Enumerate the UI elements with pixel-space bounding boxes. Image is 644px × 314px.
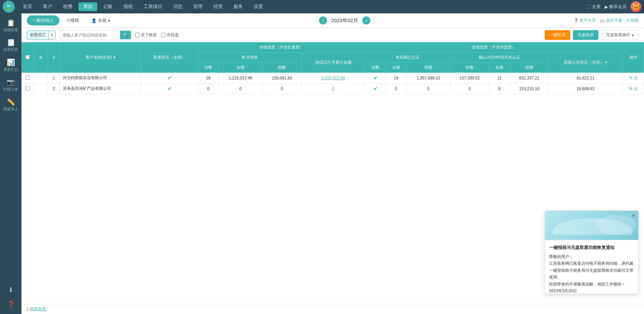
notification-apology: 给您带来的不便敬请谅解，祝您工作愉快！ (549, 281, 634, 288)
edit-icon[interactable]: ✎ (629, 86, 633, 91)
nav-fee[interactable]: 收费 (58, 2, 77, 11)
nav-menu: 首页 客户 收费 票据 记账 报税 工商项目 消息 管理 经营 服务 设置 (18, 2, 587, 11)
notification-title: 一键报税与无盘取票功能恢复通知 (549, 244, 634, 251)
search-input[interactable] (60, 32, 120, 39)
nav-operation[interactable]: 经营 (209, 2, 227, 11)
select-all-checkbox[interactable] (25, 55, 30, 59)
tab-group: 一般纳税人 小规模 👤 全能 ▾ (27, 15, 116, 25)
sidebar-download-icon[interactable]: ⬇ (4, 283, 17, 297)
copy-icon[interactable]: ⎘ (634, 75, 637, 81)
notification-close-button[interactable]: ✕ (632, 213, 636, 218)
nav-message[interactable]: 消息 (168, 2, 187, 11)
period-next-button[interactable]: › (362, 16, 370, 24)
row-monthly-tax: 0 (263, 83, 302, 94)
nav-bookkeeping[interactable]: 记账 (99, 2, 117, 11)
cert-filter-icon[interactable]: ▾ (605, 60, 607, 65)
no-disk-pickup-button[interactable]: 无盘取票 (573, 30, 598, 40)
row-uncert-tax: 19,808.63 (549, 83, 623, 94)
row-checkbox[interactable] (22, 83, 34, 94)
one-key-pickup-button[interactable]: 一键取票 (545, 30, 570, 40)
new-guide-link[interactable]: ❓ 新手引导 (574, 18, 596, 23)
tab-all-icon: 👤 (91, 18, 97, 23)
sidebar-item-summary[interactable]: 📊 票据汇总 (0, 56, 21, 75)
sidebar-item-invoice-issue[interactable]: 🧾 发票开具 (0, 36, 21, 55)
member-button[interactable]: ▶ 畅享会员 (605, 4, 627, 10)
th-monthly-sales: 本月销项 (198, 53, 301, 63)
row-cert-status: ✔ (365, 83, 386, 94)
settings-icon[interactable]: ⚙ (39, 55, 43, 60)
no-disk-ops-label: 无盘取票操作 (606, 32, 630, 38)
user-avatar[interactable]: 🐱 (631, 1, 641, 12)
tab-small-label: 小规模 (66, 17, 79, 23)
employee-select[interactable]: 全部员工 ▾ (27, 30, 55, 40)
notification-popup: ✕ 一键报税与无盘取票功能恢复通知 尊敬的用户： 江苏政务网已恢复访问电子税务局… (545, 210, 639, 294)
row-no: 2 (48, 83, 60, 94)
sidebar-label-entry: 票据录入 (3, 107, 18, 112)
tab-all[interactable]: 👤 全能 ▾ (86, 15, 116, 25)
manual-link[interactable]: 📖 操作手册 (600, 18, 622, 23)
entry-icon: ✏️ (7, 98, 15, 106)
filter-icon[interactable]: ▾ (113, 55, 115, 60)
th-sales-amount: 金额 (219, 63, 263, 73)
row-no: 1 (48, 73, 60, 83)
row-pickup-status: ✔ (141, 73, 198, 83)
filter-row: 全部员工 ▾ 🔍 名下账套 有税盘 一键取票 无盘取票 (21, 28, 644, 42)
tab-small-scale[interactable]: 小规模 (61, 15, 85, 25)
period-text: 2023年02月 (331, 17, 358, 24)
edit-icon[interactable]: ✎ (629, 75, 633, 81)
refresh-link[interactable]: ↺ 刷新 (626, 18, 639, 23)
row-customer-name: 河北柯搭栎实业有限公司 (60, 73, 141, 83)
th-uncert-qty: 份数 (450, 63, 489, 73)
sidebar-help-icon[interactable]: ❓ (4, 298, 17, 311)
sidebar-item-smart-pickup[interactable]: 📋 智能取票 (0, 16, 21, 35)
search-button[interactable]: 🔍 (120, 31, 131, 39)
nav-service[interactable]: 服务 (229, 2, 248, 11)
th-sales-invoice: 销项发票（不含作废票） (198, 43, 365, 53)
th-current-period-certified: 本税期已认证 (365, 53, 450, 63)
nav-settings[interactable]: 设置 (249, 2, 268, 11)
th-consecutive-12: 连续12个月累计金额 (301, 53, 365, 73)
sidebar: 📋 智能取票 🧾 发票开具 📊 票据汇总 📷 扫描上传 ✏️ 票据录入 ⬇ ❓ (0, 13, 21, 314)
nav-manage[interactable]: 管理 (189, 2, 207, 11)
table-row: 1 河北柯搭栎实业有限公司 ✔ 18 1,216,013.99 158,081.… (22, 73, 644, 83)
row-purchase-qty: 19 (386, 73, 407, 83)
nav-home[interactable]: 首页 (18, 2, 37, 11)
tab-actions: ❓ 新手引导 📖 操作手册 ↺ 刷新 (574, 18, 639, 23)
row-consecutive-12: 1,216,013.99 (301, 73, 365, 83)
row-purchase-amount: 0 (407, 83, 450, 94)
has-tax-checkbox[interactable] (161, 33, 165, 37)
sidebar-label-smart-pickup: 智能取票 (3, 27, 18, 33)
period-prev-button[interactable]: ‹ (319, 16, 327, 24)
status-footer: ℹ 税务政策 (21, 304, 644, 314)
nav-customer[interactable]: 客户 (38, 2, 57, 11)
notification-greeting: 尊敬的用户： (549, 253, 634, 260)
table-row: 2 灵寿县尚泽矿产品有限公司 ✔ 0 0 0 0 ✔ 0 0 0 6 153,2… (22, 83, 644, 94)
copy-icon[interactable]: ⎘ (634, 86, 637, 91)
nav-invoice[interactable]: 票据 (78, 2, 97, 11)
th-settings: ⚙ (34, 43, 48, 73)
nav-tax[interactable]: 报税 (119, 2, 138, 11)
row-uncert-tax: 81,822.21 (549, 73, 623, 83)
ops-arrow-icon: ▾ (632, 33, 634, 38)
tax-policy-link[interactable]: 税务政策 (30, 306, 46, 312)
th-purchase-invoice: 进项发票（不含作废票） (365, 43, 622, 53)
nav-business[interactable]: 工商项目 (139, 2, 167, 11)
row-purchase-qty: 0 (386, 83, 407, 94)
logo-icon: 🍃 (3, 1, 15, 13)
th-before-march-2023: 截止2023年03月未认证 (450, 53, 548, 63)
invoice-table: ⚙ # 客户名称(全部) ▾ 取票状态（全部） 销项发票（不含作废票） 进项发票… (21, 42, 644, 94)
sidebar-item-entry[interactable]: ✏️ 票据录入 (0, 95, 21, 114)
row-checkbox[interactable] (22, 73, 34, 83)
name-account-checkbox[interactable] (135, 33, 140, 37)
row-settings (34, 83, 48, 94)
no-disk-ops-button[interactable]: 无盘取票操作 ▾ (601, 30, 639, 40)
row-purchase-tax: 0 (450, 83, 489, 94)
fullscreen-button[interactable]: ⛶ 全屏 (587, 4, 601, 10)
tab-general-taxpayer[interactable]: 一般纳税人 (27, 15, 59, 25)
sidebar-item-scan-upload[interactable]: 📷 扫描上传 (0, 75, 21, 95)
member-icon: ▶ (605, 4, 608, 9)
th-cert-status: 获取认证状态（全部） ▾ (549, 53, 623, 73)
tab-general-label: 一般纳税人 (32, 17, 54, 23)
row-monthly-amount: 0 (219, 83, 263, 94)
employee-dropdown-arrow[interactable]: ▾ (49, 32, 55, 39)
